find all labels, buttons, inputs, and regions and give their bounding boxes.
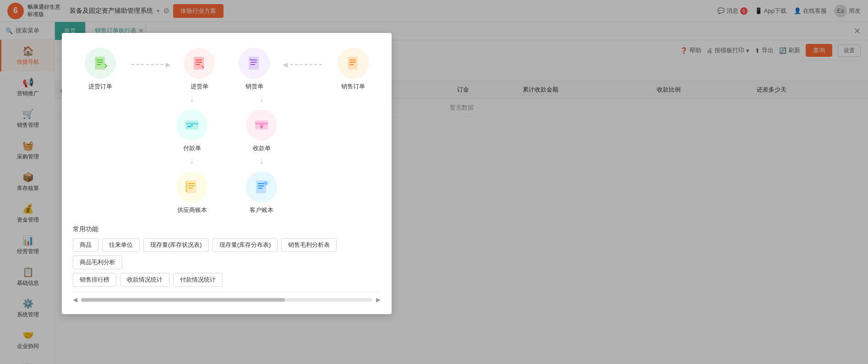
flow-row-2: ¥ 付款单 ¥ 收款单 bbox=[73, 106, 381, 156]
cf-btn-product[interactable]: 商品 bbox=[73, 238, 98, 252]
cf-btn-stock-status[interactable]: 现存量(库存状况表) bbox=[143, 238, 209, 252]
cf-buttons-row2: 销售排行榜 收款情况统计 付款情况统计 bbox=[73, 273, 381, 287]
supplier-ledger-label: 供应商账本 bbox=[177, 206, 207, 214]
svg-text:¥: ¥ bbox=[190, 123, 193, 128]
receipt-circle: ¥ bbox=[246, 109, 277, 141]
scroll-thumb bbox=[81, 298, 285, 302]
svg-rect-12 bbox=[250, 59, 251, 60]
scroll-track[interactable] bbox=[81, 298, 372, 302]
flow-diagram: 进货订单 ▶ bbox=[73, 44, 381, 218]
flow-node-purchase-receipt[interactable]: 进货单 bbox=[172, 48, 227, 91]
sales-order-circle bbox=[338, 48, 369, 79]
svg-rect-30 bbox=[258, 183, 264, 184]
cf-btn-sales-rank[interactable]: 销售排行榜 bbox=[73, 273, 116, 287]
sales-receipt-label: 销货单 bbox=[246, 82, 263, 91]
customer-ledger-circle: ✓ bbox=[246, 171, 277, 202]
flow-node-supplier-ledger[interactable]: 供应商账本 bbox=[164, 171, 219, 214]
svg-rect-4 bbox=[194, 57, 204, 70]
svg-rect-5 bbox=[196, 60, 202, 60]
svg-rect-28 bbox=[186, 181, 187, 192]
flow-node-purchase-order[interactable]: 进货订单 bbox=[73, 48, 128, 91]
svg-rect-7 bbox=[196, 64, 200, 65]
svg-rect-31 bbox=[258, 185, 264, 186]
flow-row-1: 进货订单 ▶ bbox=[73, 44, 381, 94]
scroll-left-arrow[interactable]: ◀ bbox=[73, 296, 77, 303]
svg-rect-10 bbox=[251, 62, 257, 63]
flow-row-3: 供应商账本 ✓ 客户账本 bbox=[73, 168, 381, 218]
svg-rect-9 bbox=[251, 60, 257, 60]
svg-rect-14 bbox=[349, 60, 356, 60]
svg-rect-13 bbox=[348, 57, 358, 70]
purchase-receipt-label: 进货单 bbox=[191, 82, 208, 91]
sales-order-label: 销售订单 bbox=[341, 82, 365, 91]
flow-node-payment[interactable]: ¥ 付款单 bbox=[164, 109, 219, 152]
svg-rect-24 bbox=[186, 180, 197, 193]
cf-btn-sales-margin[interactable]: 销售毛利分析表 bbox=[281, 238, 337, 252]
cf-btn-product-margin[interactable]: 商品毛利分析 bbox=[73, 255, 122, 269]
arrows-down-row1: ↓ ↓ bbox=[73, 94, 381, 104]
flow-node-receipt[interactable]: ¥ 收款单 bbox=[234, 109, 289, 152]
purchase-order-circle bbox=[85, 48, 116, 79]
svg-rect-25 bbox=[188, 183, 195, 184]
svg-rect-3 bbox=[97, 64, 101, 65]
common-functions: 常用功能 商品 往来单位 现存量(库存状况表) 现存量(库存分布表) 销售毛利分… bbox=[73, 225, 381, 287]
cf-buttons-row: 商品 往来单位 现存量(库存状况表) 现存量(库存分布表) 销售毛利分析表 商品… bbox=[73, 238, 381, 269]
purchase-receipt-circle bbox=[184, 48, 215, 79]
svg-text:✓: ✓ bbox=[265, 182, 267, 185]
svg-rect-26 bbox=[188, 185, 195, 186]
modal-overlay[interactable]: 进货订单 ▶ bbox=[0, 0, 868, 364]
cf-btn-stock-dist[interactable]: 现存量(库存分布表) bbox=[213, 238, 278, 252]
svg-rect-11 bbox=[251, 64, 255, 65]
svg-rect-27 bbox=[188, 188, 193, 189]
scrollbar-area: ◀ ▶ bbox=[73, 292, 381, 303]
svg-rect-32 bbox=[258, 188, 262, 189]
modal-box: 进货订单 ▶ bbox=[62, 33, 392, 314]
svg-rect-0 bbox=[95, 57, 105, 70]
payment-circle: ¥ bbox=[176, 109, 207, 141]
supplier-ledger-circle bbox=[176, 171, 207, 202]
svg-rect-2 bbox=[97, 62, 103, 63]
svg-text:¥: ¥ bbox=[260, 124, 263, 130]
payment-label: 付款单 bbox=[183, 144, 201, 152]
common-functions-title: 常用功能 bbox=[73, 225, 381, 234]
purchase-order-label: 进货订单 bbox=[88, 82, 112, 91]
sales-receipt-circle bbox=[239, 48, 270, 79]
svg-rect-16 bbox=[349, 64, 354, 65]
customer-ledger-label: 客户账本 bbox=[250, 206, 273, 214]
svg-rect-6 bbox=[196, 62, 202, 63]
cf-btn-receipt-stats[interactable]: 收款情况统计 bbox=[120, 273, 169, 287]
cf-btn-payment-stats[interactable]: 付款情况统计 bbox=[173, 273, 223, 287]
svg-rect-1 bbox=[97, 60, 103, 60]
flow-node-customer-ledger[interactable]: ✓ 客户账本 bbox=[234, 171, 289, 214]
svg-rect-15 bbox=[349, 62, 356, 63]
arrows-down-row2: ↓ ↓ bbox=[73, 156, 381, 166]
scroll-right-arrow[interactable]: ▶ bbox=[376, 296, 381, 303]
flow-node-sales-receipt[interactable]: 销货单 bbox=[227, 48, 282, 91]
cf-btn-contacts[interactable]: 往来单位 bbox=[102, 238, 140, 252]
receipt-label: 收款单 bbox=[253, 144, 271, 152]
flow-node-sales-order[interactable]: 销售订单 bbox=[326, 48, 381, 91]
